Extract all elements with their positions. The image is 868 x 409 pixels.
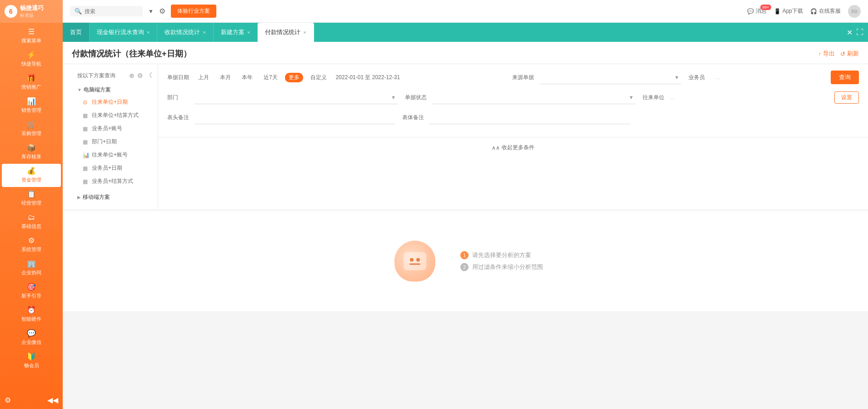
online-service-button[interactable]: 🎧 在线客服: [810, 7, 841, 15]
status-select[interactable]: ▼: [432, 91, 635, 104]
collapse-sidebar-icon[interactable]: ◀◀: [47, 396, 58, 404]
filter-area: 按以下方案查询 ⊕ ⚙ 《 ▼ 电脑端方案 ⊙ 往来单位+日期: [63, 64, 868, 209]
sidebar-item-wechat[interactable]: 💬 企业微信: [0, 326, 63, 349]
source-field: 来源单据 ▼: [512, 71, 681, 84]
settings-footer-icon[interactable]: ⚙: [5, 396, 11, 404]
status-label: 单据状态: [405, 94, 428, 101]
trial-button[interactable]: 体验行业方案: [171, 5, 216, 18]
header-dropdown-icon[interactable]: ▼: [148, 8, 154, 15]
phone-icon: 📱: [774, 8, 781, 15]
logo-text: 畅捷通巧 标准版: [20, 4, 44, 19]
tab-new-scheme[interactable]: 新建方案 ×: [214, 23, 258, 42]
sidebar-item-finance[interactable]: 💰 资金管理: [2, 164, 61, 187]
money-icon: 💰: [27, 167, 36, 175]
tab-payment-close[interactable]: ×: [303, 30, 306, 35]
mobile-scheme-title[interactable]: ▶ 移动端方案: [72, 192, 158, 203]
settings-scheme-icon[interactable]: ⚙: [137, 72, 143, 79]
hardware-icon: ⏰: [27, 307, 36, 314]
scheme-item-staff-account[interactable]: ▦ 业务员+账号: [72, 122, 158, 135]
settings-button[interactable]: 设置: [834, 91, 859, 104]
sidebar-item-operation[interactable]: 📋 经营管理: [0, 187, 63, 210]
tab-new-scheme-close[interactable]: ×: [247, 30, 250, 35]
date-btn-last-month[interactable]: 上月: [195, 73, 213, 82]
date-btn-custom[interactable]: 自定义: [307, 73, 330, 82]
mobile-arrow-icon: ▶: [77, 195, 81, 200]
body-note-label: 表体备注: [402, 114, 425, 121]
scheme-item-staff-date[interactable]: ▦ 业务员+日期: [72, 162, 158, 175]
robot-body: [394, 241, 435, 282]
robot-eye-right: [416, 258, 420, 262]
head-note-input[interactable]: [195, 111, 395, 124]
scheme-item-unit-settle[interactable]: ▦ 往来单位+结算方式: [72, 109, 158, 122]
tab-new-scheme-label: 新建方案: [221, 28, 244, 36]
export-button[interactable]: ↑ 导出: [818, 50, 835, 58]
dept-select[interactable]: ▼: [195, 91, 398, 104]
tab-payment[interactable]: 付款情况统计 ×: [258, 23, 314, 42]
collapse-scheme-icon[interactable]: 《: [146, 71, 152, 80]
sidebar-item-purchase[interactable]: 🛒 采购管理: [0, 117, 63, 141]
tab-receipt-close[interactable]: ×: [203, 30, 205, 35]
sidebar-item-search[interactable]: ☰ 搜索菜单: [0, 25, 63, 48]
sidebar-item-basic[interactable]: 🗂 基础信息: [0, 210, 63, 233]
sidebar-item-hardware[interactable]: ⏰ 智能硬件: [0, 303, 63, 326]
scheme-item-dept-date[interactable]: ▦ 部门+日期: [72, 135, 158, 148]
sidebar-item-member[interactable]: 🔰 畅会员: [0, 349, 63, 373]
source-label: 来源单据: [512, 74, 535, 81]
body-note-input[interactable]: [429, 111, 630, 124]
collapse-button[interactable]: ∧∧ 收起更多条件: [486, 142, 540, 153]
date-btn-this-month[interactable]: 本月: [216, 73, 234, 82]
date-btn-this-year[interactable]: 本年: [238, 73, 256, 82]
sidebar-item-shortcut[interactable]: ⚡ 快捷导航: [0, 48, 63, 71]
sidebar-item-guide[interactable]: 🎯 新手引导: [0, 280, 63, 303]
tab-close-all-icon[interactable]: ✕: [847, 28, 853, 37]
add-scheme-icon[interactable]: ⊕: [129, 72, 135, 79]
source-select[interactable]: ▼: [539, 71, 681, 84]
messages-button[interactable]: 💬 消息 99+: [747, 7, 767, 15]
search-input[interactable]: [85, 8, 135, 15]
sidebar-item-sales[interactable]: 📊 销售管理: [0, 94, 63, 117]
date-btn-7days[interactable]: 近7天: [260, 73, 281, 82]
tabs-right-actions: ✕ ⛶: [842, 23, 868, 42]
gear-icon: ⚙: [28, 237, 35, 244]
header-settings-icon[interactable]: ⚙: [159, 7, 165, 15]
scheme-icon-dept-date: ▦: [83, 139, 89, 145]
header-search-box: 🔍: [70, 6, 143, 16]
sidebar-item-enterprise[interactable]: 🏢 企业协同: [0, 257, 63, 280]
desktop-scheme-group: ▼ 电脑端方案 ⊙ 往来单位+日期 ▦ 往来单位+结算方式 ▦ 业务员+账号: [72, 82, 158, 190]
message-badge: 99+: [760, 5, 771, 10]
cart-icon: 🛒: [27, 121, 36, 128]
date-options-row: 上月 本月 本年 近7天 更多 自定义 2022-01-01 至 2022-12…: [195, 73, 400, 82]
sidebar-logo: 6 畅捷通巧 标准版: [0, 0, 63, 23]
app-download-button[interactable]: 📱 App下载: [774, 7, 803, 15]
tab-bank-close[interactable]: ×: [147, 30, 150, 35]
date-field: 单据日期 上月 本月 本年 近7天 更多 自定义 2022-01-01 至 20…: [167, 73, 505, 82]
member-icon: 🔰: [27, 353, 36, 360]
tab-expand-icon[interactable]: ⛶: [856, 28, 863, 36]
tab-receipt[interactable]: 收款情况统计 ×: [157, 23, 213, 42]
filter-row-2: 部门 ▼ 单据状态 ▼: [167, 91, 859, 104]
sidebar-item-system[interactable]: ⚙ 系统管理: [0, 233, 63, 257]
user-avatar[interactable]: Rit: [848, 5, 861, 18]
filter-row-1: 单据日期 上月 本月 本年 近7天 更多 自定义 2022-01-01 至 20…: [167, 71, 859, 84]
head-note-field: 表头备注: [167, 111, 395, 124]
filter-row-3: 表头备注 表体备注: [167, 111, 859, 124]
refresh-button[interactable]: ↺ 刷新: [840, 50, 859, 58]
tab-bank[interactable]: 现金银行流水查询 ×: [90, 23, 157, 42]
tab-home[interactable]: 首页: [63, 23, 90, 42]
sidebar-item-marketing[interactable]: 🎁 营销推广: [0, 71, 63, 94]
page-actions: ↑ 导出 ↺ 刷新: [818, 50, 859, 58]
dept-field: 部门 ▼: [167, 91, 398, 104]
date-btn-more[interactable]: 更多: [285, 73, 303, 82]
partner-field: 往来单位 ...: [643, 94, 827, 101]
page-title: 付款情况统计（往来单位+日期）: [72, 48, 191, 59]
scheme-item-unit-account[interactable]: 📊 往来单位+账号: [72, 148, 158, 162]
partner-label: 往来单位: [643, 94, 665, 101]
page-header-section: 付款情况统计（往来单位+日期） ↑ 导出 ↺ 刷新: [63, 42, 868, 64]
scheme-item-staff-settle[interactable]: ▦ 业务员+结算方式: [72, 175, 158, 188]
desktop-scheme-title[interactable]: ▼ 电脑端方案: [72, 84, 158, 96]
empty-tip-2: 2 用过滤条件来缩小分析范围: [460, 263, 543, 271]
sidebar-item-inventory[interactable]: 📦 库存核算: [0, 141, 63, 164]
scheme-item-unit-date[interactable]: ⊙ 往来单位+日期: [72, 96, 158, 109]
top-header: 🔍 ▼ ⚙ 体验行业方案 💬 消息 99+ 📱 App下载 🎧 在线客服 Rit: [63, 0, 868, 23]
query-button[interactable]: 查询: [831, 71, 859, 84]
